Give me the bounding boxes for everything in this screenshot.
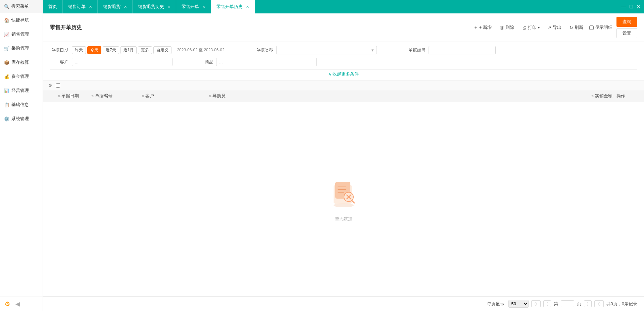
total-info: 共0页，0条记录 xyxy=(606,301,637,307)
tab-sales-return-history-close[interactable]: ✕ xyxy=(167,5,170,9)
sidebar-search-label: 搜索采单 xyxy=(11,3,29,9)
settings-button[interactable]: 设置 xyxy=(616,28,637,38)
order-type-label: 单据类型 xyxy=(255,47,274,53)
sidebar-item-sales-mgmt[interactable]: 📈 销售管理 xyxy=(0,27,43,41)
sort-icon: ⇅ xyxy=(91,94,94,98)
last-page-btn[interactable]: ⟩⟩ xyxy=(594,300,604,307)
per-page-select[interactable]: 50 100 200 xyxy=(508,300,529,308)
col-customer-label: 客户 xyxy=(145,93,154,99)
tab-sales-return-history-label: 销货退货历史 xyxy=(138,4,164,10)
export-label: 导出 xyxy=(553,24,561,31)
select-all-checkbox[interactable] xyxy=(56,83,60,88)
page-label-suffix: 页 xyxy=(577,301,581,307)
sort-icon: ⇅ xyxy=(58,94,60,98)
date-btn-custom[interactable]: 自定义 xyxy=(153,46,171,54)
empty-illustration xyxy=(327,177,360,210)
tab-retail-open-history[interactable]: 零售开单历史 ✕ xyxy=(211,0,255,13)
display-detail-input[interactable] xyxy=(589,25,594,30)
col-amount-label: 实销金额 xyxy=(595,93,612,99)
order-no-input[interactable] xyxy=(429,46,496,54)
table-area: ⚙ ⇅ 单据日期 ⇅ 单据编号 ⇅ 客户 ⇅ 导购员 ⇅ xyxy=(43,81,644,311)
product-select[interactable]: ... xyxy=(216,58,317,66)
sort-icon: ⇅ xyxy=(142,94,144,98)
filter-area: 单据日期 昨天 今天 近7天 近1月 更多 自定义 2023-06-02 至 2… xyxy=(43,42,644,81)
settings-bottom-icon[interactable]: ⚙ xyxy=(5,300,10,308)
collapse-sidebar-icon[interactable]: ◀ xyxy=(15,300,20,308)
tab-retail-open-close[interactable]: ✕ xyxy=(202,5,205,9)
page-label-prefix: 第 xyxy=(554,301,558,307)
maximize-icon[interactable]: □ xyxy=(630,4,633,10)
sort-icon: ⇅ xyxy=(209,94,211,98)
col-guide-label: 导购员 xyxy=(212,93,226,99)
svg-point-0 xyxy=(334,203,354,207)
query-button[interactable]: 查询 xyxy=(616,17,637,27)
col-amount[interactable]: ⇅ 实销金额 xyxy=(581,90,614,102)
first-page-btn[interactable]: ⟨⟨ xyxy=(531,300,541,307)
tab-sales-order-label: 销售订单 xyxy=(68,4,86,10)
tab-retail-open[interactable]: 零售开单 ✕ xyxy=(176,0,211,13)
table-gear-icon[interactable]: ⚙ xyxy=(48,83,52,88)
col-date-label: 单据日期 xyxy=(61,93,79,99)
sidebar-item-inventory[interactable]: 📦 库存核算 xyxy=(0,55,43,69)
sidebar-item-purchase-mgmt[interactable]: 🛒 采购管理 xyxy=(0,41,43,55)
next-page-btn[interactable]: ⟩ xyxy=(584,300,592,307)
tab-bar: 首页 销售订单 ✕ 销货退货 ✕ 销货退货历史 ✕ 零售开单 ✕ 零售开单历史 … xyxy=(43,0,644,13)
add-button[interactable]: ＋ + 新增 xyxy=(472,23,494,32)
date-btn-today[interactable]: 今天 xyxy=(87,46,101,54)
print-label: 打印 xyxy=(528,24,537,31)
tab-sales-order[interactable]: 销售订单 ✕ xyxy=(63,0,98,13)
col-order-no[interactable]: ⇅ 单据编号 xyxy=(89,90,140,102)
refresh-button[interactable]: ↻ 刷新 xyxy=(567,23,585,32)
col-guide[interactable]: ⇅ 导购员 xyxy=(207,90,247,102)
collapse-filter-btn[interactable]: ∧ 收起更多条件 xyxy=(50,69,637,79)
tab-retail-open-history-close[interactable]: ✕ xyxy=(246,5,249,9)
minimize-icon[interactable]: — xyxy=(621,4,626,10)
delete-icon: 🗑 xyxy=(500,25,504,30)
tab-sales-return-history[interactable]: 销货退货历史 ✕ xyxy=(133,0,176,13)
col-action: 操作 xyxy=(614,90,641,102)
sidebar-item-sys-mgmt[interactable]: ⚙️ 系统管理 xyxy=(0,112,43,126)
page-header: 零售开单历史 ＋ + 新增 🗑 删除 🖨 打印 ▾ ↗ 导出 ↻ 刷新 xyxy=(43,13,644,42)
sidebar-item-quick-nav[interactable]: 🏠 快捷导航 xyxy=(0,13,43,27)
collapse-up-icon: ∧ xyxy=(328,71,332,76)
customer-ellipsis: ... xyxy=(75,59,79,64)
refresh-icon: ↻ xyxy=(569,25,573,30)
col-order-no-label: 单据编号 xyxy=(95,93,112,99)
basic-info-icon: 📋 xyxy=(4,102,9,107)
customer-select[interactable]: ... xyxy=(72,58,172,66)
col-customer[interactable]: ⇅ 客户 xyxy=(140,90,207,102)
close-icon[interactable]: ✕ xyxy=(636,4,641,10)
tab-home[interactable]: 首页 xyxy=(43,0,63,13)
delete-button[interactable]: 🗑 删除 xyxy=(498,23,516,32)
biz-icon: 📊 xyxy=(4,88,9,93)
date-btn-last7[interactable]: 近7天 xyxy=(103,46,119,54)
finance-icon: 💰 xyxy=(4,74,9,79)
tab-sales-return-close[interactable]: ✕ xyxy=(124,5,127,9)
export-button[interactable]: ↗ 导出 xyxy=(546,23,563,32)
date-btn-last1m[interactable]: 近1月 xyxy=(120,46,137,54)
sidebar: 🔍 搜索采单 🏠 快捷导航 📈 销售管理 🛒 采购管理 📦 库存核算 💰 资金管… xyxy=(0,0,43,311)
prev-page-btn[interactable]: ⟨ xyxy=(543,300,551,307)
collapse-label: 收起更多条件 xyxy=(333,71,359,76)
col-date[interactable]: ⇅ 单据日期 xyxy=(56,90,89,102)
sidebar-item-label: 库存核算 xyxy=(11,59,29,65)
order-type-select[interactable]: ▾ xyxy=(276,46,377,54)
tab-sales-order-close[interactable]: ✕ xyxy=(89,5,92,9)
sidebar-item-basic-info[interactable]: 📋 基础信息 xyxy=(0,98,43,112)
sidebar-item-biz-mgmt[interactable]: 📊 经营管理 xyxy=(0,84,43,98)
print-button[interactable]: 🖨 打印 ▾ xyxy=(520,23,542,32)
sidebar-search[interactable]: 🔍 搜索采单 xyxy=(0,0,43,13)
current-page-input[interactable]: 1 xyxy=(561,300,574,307)
date-btn-more[interactable]: 更多 xyxy=(138,46,152,54)
sidebar-item-finance[interactable]: 💰 资金管理 xyxy=(0,69,43,84)
date-btn-yesterday[interactable]: 昨天 xyxy=(72,46,86,54)
tab-sales-return[interactable]: 销货退货 ✕ xyxy=(98,0,133,13)
main-content: 首页 销售订单 ✕ 销货退货 ✕ 销货退货历史 ✕ 零售开单 ✕ 零售开单历史 … xyxy=(43,0,644,311)
sort-icon: ⇅ xyxy=(591,94,594,98)
product-label: 商品 xyxy=(195,59,213,65)
date-range: 2023-06-02 至 2023-06-02 xyxy=(177,47,224,53)
print-dropdown-icon: ▾ xyxy=(538,26,540,30)
display-detail-checkbox[interactable]: 显示明细 xyxy=(589,24,612,31)
sidebar-item-label: 资金管理 xyxy=(11,73,29,80)
purchase-icon: 🛒 xyxy=(4,46,9,51)
